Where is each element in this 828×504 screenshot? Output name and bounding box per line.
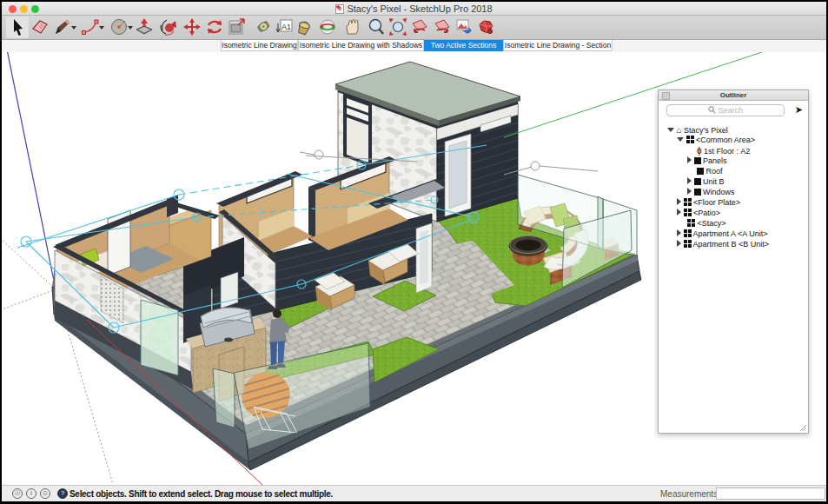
svg-text:A1: A1 <box>282 23 291 31</box>
